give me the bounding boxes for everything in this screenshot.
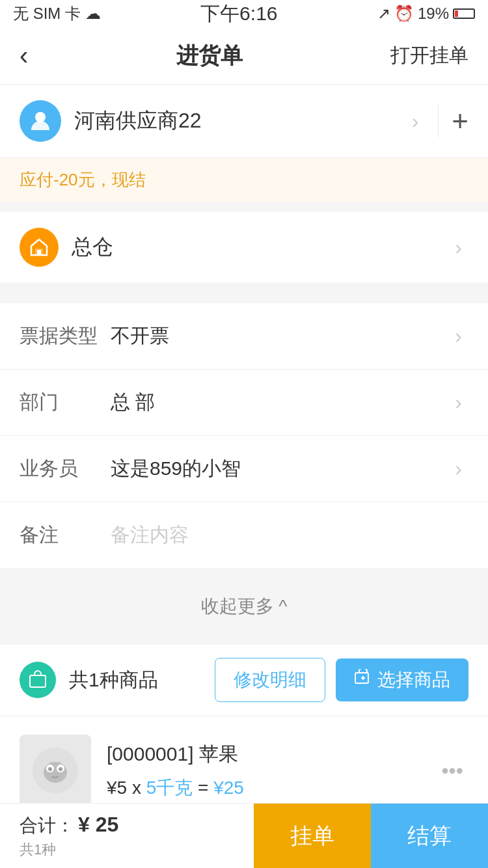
svg-rect-2 xyxy=(37,250,41,255)
form-row-salesperson[interactable]: 业务员 这是859的小智 › xyxy=(0,436,488,502)
form-row-invoice[interactable]: 票据类型 不开票 › xyxy=(0,303,488,370)
product-more-button[interactable]: ••• xyxy=(436,759,468,783)
back-button[interactable]: ‹ xyxy=(20,41,28,70)
notice-row: 应付-20元，现结 xyxy=(0,158,488,202)
svg-point-8 xyxy=(44,762,67,783)
page-title: 进货单 xyxy=(176,41,243,71)
svg-point-12 xyxy=(59,767,62,771)
pending-button[interactable]: 挂单 xyxy=(254,804,371,869)
warehouse-card[interactable]: 总仓 › xyxy=(0,212,488,282)
invoice-label: 票据类型 xyxy=(20,323,111,349)
sim-label: 无 SIM 卡 ☁ xyxy=(13,3,101,24)
product-info: [0000001] 苹果 ¥5 x 5千克 = ¥25 xyxy=(107,741,436,800)
salesperson-chevron-icon: › xyxy=(455,457,462,481)
supplier-row[interactable]: 河南供应商22 › + xyxy=(0,85,488,158)
svg-point-0 xyxy=(35,112,46,122)
content: 河南供应商22 › + 应付-20元，现结 总仓 › 票据类型 不开票 › 部门… xyxy=(0,85,488,868)
battery-icon xyxy=(453,8,475,19)
warehouse-row[interactable]: 总仓 › xyxy=(0,212,488,282)
total-amount: ¥ 25 xyxy=(78,813,118,837)
total-section: 合计： ¥ 25 共1种 xyxy=(0,813,254,860)
open-pending-button[interactable]: 打开挂单 xyxy=(390,42,468,69)
remark-input[interactable]: 备注内容 xyxy=(111,522,468,549)
supplier-name: 河南供应商22 xyxy=(74,107,412,135)
supplier-card: 河南供应商22 › + 应付-20元，现结 xyxy=(0,85,488,202)
select-product-button[interactable]: 选择商品 xyxy=(336,658,468,701)
status-bar: 无 SIM 卡 ☁ 下午6:16 ↗ ⏰ 19% xyxy=(0,0,488,27)
supplier-chevron-icon: › xyxy=(412,109,419,133)
warehouse-icon xyxy=(20,228,59,267)
status-right: ↗ ⏰ 19% xyxy=(377,5,475,23)
bottom-bar: 合计： ¥ 25 共1种 挂单 结算 xyxy=(0,803,488,868)
salesperson-label: 业务员 xyxy=(20,455,111,482)
location-icon: ↗ xyxy=(377,5,390,23)
dept-value: 总 部 xyxy=(111,389,455,416)
collapse-button[interactable]: 收起更多 ^ xyxy=(0,578,488,634)
add-supplier-button[interactable]: + xyxy=(452,105,468,137)
checkout-button[interactable]: 结算 xyxy=(371,804,488,869)
invoice-chevron-icon: › xyxy=(455,324,462,348)
product-count-label: 共1种商品 xyxy=(69,667,215,694)
svg-rect-3 xyxy=(30,675,46,687)
status-time: 下午6:16 xyxy=(200,1,277,27)
edit-detail-button[interactable]: 修改明细 xyxy=(215,658,325,702)
warehouse-chevron-icon: › xyxy=(455,236,462,260)
collapse-label: 收起更多 ^ xyxy=(201,594,288,619)
invoice-value: 不开票 xyxy=(111,323,455,349)
svg-point-11 xyxy=(48,767,52,771)
battery-label: 19% xyxy=(418,5,449,23)
total-count: 共1种 xyxy=(20,841,56,858)
product-price: ¥5 x 5千克 = ¥25 xyxy=(107,776,436,800)
salesperson-value: 这是859的小智 xyxy=(111,455,455,482)
remark-label: 备注 xyxy=(20,522,111,549)
product-section-icon xyxy=(20,662,56,698)
warehouse-name: 总仓 xyxy=(72,233,455,262)
form-row-remark[interactable]: 备注 备注内容 xyxy=(0,502,488,568)
cart-icon xyxy=(354,669,372,692)
dept-label: 部门 xyxy=(20,389,111,416)
supplier-avatar xyxy=(20,100,61,142)
nav-bar: ‹ 进货单 打开挂单 xyxy=(0,27,488,85)
alarm-icon: ⏰ xyxy=(394,5,414,23)
product-header: 共1种商品 修改明细 选择商品 xyxy=(0,645,488,715)
dept-chevron-icon: › xyxy=(455,390,462,414)
vertical-divider xyxy=(438,105,439,137)
status-left: 无 SIM 卡 ☁ xyxy=(13,3,101,24)
product-thumbnail xyxy=(20,735,91,806)
product-name: [0000001] 苹果 xyxy=(107,741,436,768)
form-card: 票据类型 不开票 › 部门 总 部 › 业务员 这是859的小智 › 备注 备注… xyxy=(0,303,488,568)
form-row-dept[interactable]: 部门 总 部 › xyxy=(0,370,488,436)
select-product-label: 选择商品 xyxy=(377,668,450,692)
total-label: 合计： xyxy=(20,813,74,838)
